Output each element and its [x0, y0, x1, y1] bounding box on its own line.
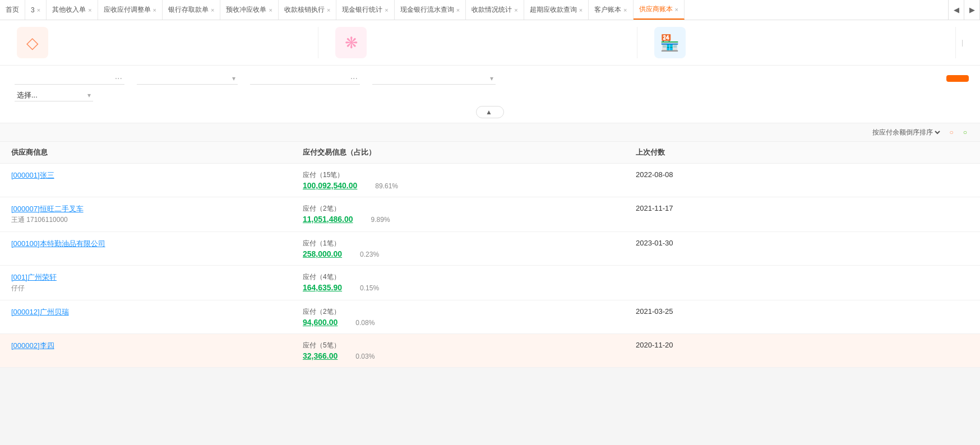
nav-tab-cash-bank-flow[interactable]: 现金银行流水查询× — [395, 0, 466, 20]
filter-category: ▾ — [369, 72, 496, 85]
close-tab-icon[interactable]: × — [211, 7, 214, 13]
nav-tab-customer-ledger[interactable]: 客户账本× — [589, 0, 633, 20]
supplier-input-wrap: ··· — [15, 72, 124, 85]
dept-select-wrap: ▾ — [137, 72, 238, 85]
ap-amount[interactable]: 11,051,486.00 — [303, 215, 353, 224]
collapse-button[interactable]: ▲ — [476, 106, 504, 118]
supplier-link[interactable]: [000007]恒旺二手叉车 — [11, 205, 84, 213]
close-tab-icon[interactable]: × — [153, 7, 156, 13]
close-tab-icon[interactable]: × — [385, 7, 388, 13]
ap-amount[interactable]: 258,000.00 — [303, 249, 342, 258]
query-button[interactable] — [946, 75, 969, 82]
ap-note: 应付（2笔） — [303, 307, 636, 317]
sort-select[interactable]: 按应付余额倒序排序 — [870, 128, 942, 137]
nav-tab-ar-ap-adjust[interactable]: 应收应付调整单× — [98, 0, 163, 20]
person-input[interactable] — [250, 72, 360, 85]
balance-select-wrap: 选择... ▾ — [15, 89, 93, 101]
dept-select[interactable] — [137, 72, 238, 85]
close-tab-icon[interactable]: × — [37, 7, 40, 13]
summary-bar: ◇ ❋ 🏪 | — [0, 20, 980, 66]
close-tab-icon[interactable]: × — [456, 7, 460, 13]
summary-card-2: ❋ — [318, 27, 637, 58]
supplier-link[interactable]: [000012]广州贝瑞 — [11, 308, 69, 316]
ap-note: 应付（15笔） — [303, 170, 636, 180]
table-row: [000007]恒旺二手叉车王通 17106110000应付（2笔）11,051… — [0, 197, 980, 232]
filter-row-2: 选择... ▾ — [11, 89, 969, 101]
last-pay-date: 2020-11-20 — [636, 341, 969, 349]
top-nav: 首页3×其他收入单×应收应付调整单×银行存取款单×预收冲应收单×收款核销执行×现… — [0, 0, 980, 20]
data-table: 供应商信息 应付交易信息（占比） 上次付数 [000001]张三应付（15笔）1… — [0, 142, 980, 368]
ap-note: 应付（4笔） — [303, 272, 636, 282]
supplier-icon: ◇ — [17, 27, 48, 58]
table-row: [000100]本特勤油品有限公司应付（1笔）258,000.000.23%20… — [0, 232, 980, 266]
col-header-ap: 应付交易信息（占比） — [303, 147, 636, 157]
close-tab-icon[interactable]: × — [327, 7, 330, 13]
nav-tab-receipt-stat[interactable]: 收款情况统计× — [466, 0, 524, 20]
table-row: [000002]李四应付（5笔）32,366.000.03%2020-11-20 — [0, 334, 980, 368]
refresh-circle-icon: ○ — [963, 128, 967, 136]
ap-info-cell: 应付（2笔）94,600.000.08% — [303, 307, 636, 327]
nav-tab-bank-deposit[interactable]: 银行存取款单× — [163, 0, 220, 20]
nav-tab-receipt-exec[interactable]: 收款核销执行× — [279, 0, 336, 20]
ap-info-cell: 应付（5笔）32,366.000.03% — [303, 341, 636, 360]
summary-card-1: ◇ — [11, 27, 318, 58]
close-tab-icon[interactable]: × — [623, 7, 627, 13]
ap-info-cell: 应付（2笔）11,051,486.009.89% — [303, 204, 636, 224]
supplier-info-cell: [001]广州荣轩仔仔 — [11, 272, 303, 293]
nav-tab-home[interactable]: 首页 — [0, 0, 25, 20]
supplier-link[interactable]: [000001]张三 — [11, 171, 54, 179]
nav-prev-button[interactable]: ◀ — [949, 0, 964, 20]
ap-percentage: 0.08% — [355, 319, 375, 327]
supplier-link[interactable]: [000002]李四 — [11, 341, 54, 350]
close-tab-icon[interactable]: × — [514, 7, 517, 13]
ap-amount[interactable]: 94,600.00 — [303, 318, 338, 327]
close-tab-icon[interactable]: × — [88, 7, 91, 13]
person-dots-icon[interactable]: ··· — [350, 73, 358, 84]
table-row: [000001]张三应付（15笔）100,092,540.0089.61%202… — [0, 164, 980, 197]
last-pay-date: 2021-11-17 — [636, 204, 969, 212]
supplier-info-cell: [000001]张三 — [11, 170, 303, 180]
close-tab-icon[interactable]: × — [675, 6, 678, 13]
refresh-button[interactable]: ○ — [963, 128, 969, 136]
ap-note: 应付（2笔） — [303, 204, 636, 214]
balance-select[interactable]: 选择... — [15, 89, 93, 101]
nav-tab-cash-bank-stat[interactable]: 现金银行统计× — [336, 0, 394, 20]
summary-card-3: 🏪 — [637, 27, 956, 58]
nav-tab-supplier-ledger[interactable]: 供应商账本× — [634, 0, 685, 20]
filter-area: ··· ▾ ··· — [0, 66, 980, 123]
ap-percentage: 89.61% — [375, 182, 398, 190]
close-tab-icon[interactable]: × — [269, 7, 272, 13]
ap-amount[interactable]: 164,635.90 — [303, 283, 342, 292]
nav-arrows: ◀ ▶ — [948, 0, 980, 20]
export-button[interactable]: ○ — [950, 128, 955, 136]
ap-amount[interactable]: 100,092,540.00 — [303, 181, 357, 190]
collapse-up-icon: ▲ — [486, 108, 492, 116]
filter-row-1: ··· ▾ ··· — [11, 72, 969, 85]
category-select[interactable] — [372, 72, 496, 85]
supplier-dots-icon[interactable]: ··· — [115, 73, 122, 84]
right-actions: 按应付余额倒序排序 ○ ○ — [862, 128, 969, 137]
top-right-links: | — [956, 39, 969, 47]
nav-next-button[interactable]: ▶ — [964, 0, 980, 20]
supplier-input[interactable] — [15, 72, 124, 85]
results-bar: 按应付余额倒序排序 ○ ○ — [0, 123, 980, 142]
supplier-sub-info: 王通 17106110000 — [11, 215, 303, 225]
nav-tab-overdue-ar[interactable]: 超期应收款查询× — [524, 0, 589, 20]
nav-tab-prepay-ar[interactable]: 预收冲应收单× — [220, 0, 278, 20]
export-circle-icon: ○ — [950, 128, 954, 136]
ap-info-cell: 应付（15笔）100,092,540.0089.61% — [303, 170, 636, 190]
filter-dept: ▾ — [133, 72, 238, 85]
supplier-info-cell: [000100]本特勤油品有限公司 — [11, 239, 303, 249]
col-header-supplier: 供应商信息 — [11, 147, 303, 157]
last-pay-date: 2021-03-25 — [636, 307, 969, 316]
ap-percentage: 9.89% — [371, 216, 390, 224]
category-select-wrap: ▾ — [372, 72, 496, 85]
supplier-link[interactable]: [001]广州荣轩 — [11, 273, 57, 281]
ap-amount[interactable]: 32,366.00 — [303, 351, 338, 360]
filter-person: ··· — [247, 72, 360, 85]
close-tab-icon[interactable]: × — [579, 7, 583, 13]
nav-tab-other-income[interactable]: 其他收入单× — [47, 0, 98, 20]
nav-tab-tab3[interactable]: 3× — [25, 0, 47, 20]
supplier-link[interactable]: [000100]本特勤油品有限公司 — [11, 239, 105, 248]
table-row: [000012]广州贝瑞应付（2笔）94,600.000.08%2021-03-… — [0, 300, 980, 334]
